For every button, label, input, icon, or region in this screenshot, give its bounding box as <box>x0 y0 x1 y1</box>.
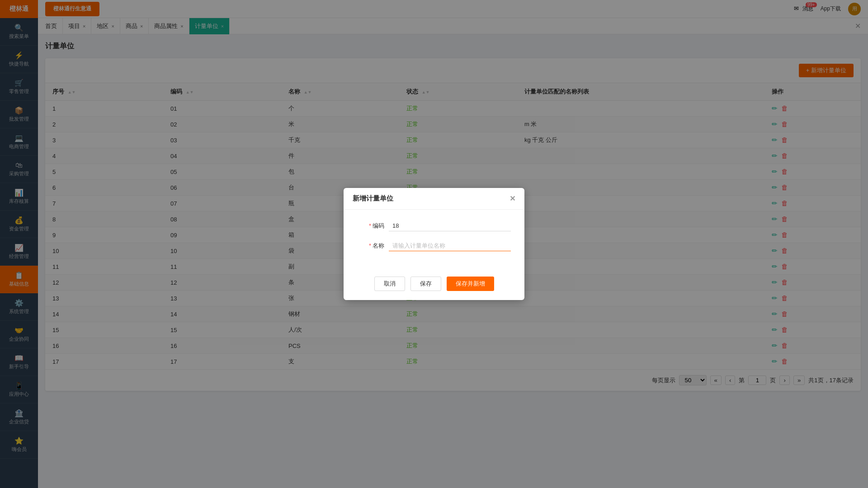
required-star-2: * <box>369 242 371 249</box>
modal-title: 新增计量单位 <box>353 194 393 203</box>
form-row-code: *编码 <box>357 221 511 231</box>
cancel-button[interactable]: 取消 <box>374 277 405 291</box>
save-and-new-button[interactable]: 保存并新增 <box>447 277 494 291</box>
add-unit-modal: 新增计量单位 ✕ *编码 *名称 取消 保存 保存并新增 <box>344 188 524 300</box>
save-button[interactable]: 保存 <box>410 277 441 291</box>
modal-footer: 取消 保存 保存并新增 <box>344 271 524 300</box>
form-row-name: *名称 <box>357 240 511 251</box>
required-star: * <box>369 222 371 229</box>
modal-body: *编码 *名称 <box>344 210 524 271</box>
modal-header: 新增计量单位 ✕ <box>344 188 524 210</box>
code-input[interactable] <box>389 221 511 231</box>
modal-overlay: 新增计量单位 ✕ *编码 *名称 取消 保存 保存并新增 <box>0 0 868 488</box>
name-label: *名称 <box>357 242 384 250</box>
modal-close-btn[interactable]: ✕ <box>509 194 515 203</box>
name-input[interactable] <box>389 240 511 251</box>
code-label: *编码 <box>357 222 384 230</box>
